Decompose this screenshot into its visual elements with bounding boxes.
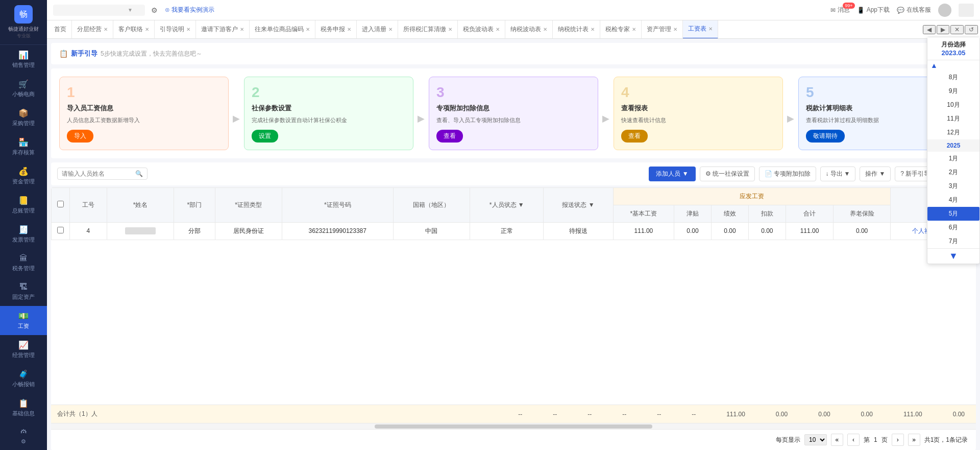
tab-item-9[interactable]: 税负波动表✕ — [458, 20, 505, 39]
month-item-8月[interactable]: 8月 — [927, 70, 979, 84]
month-item-7月[interactable]: 7月 — [927, 234, 979, 248]
tab-close-btn[interactable]: ✕ — [543, 27, 547, 32]
tab-close-btn[interactable]: ✕ — [591, 27, 595, 32]
last-page-btn[interactable]: » — [908, 434, 920, 446]
month-item-9月[interactable]: 9月 — [927, 84, 979, 98]
month-item-12月[interactable]: 12月 — [927, 126, 979, 139]
tab-close-btn[interactable]: ✕ — [306, 27, 310, 32]
month-item-3月[interactable]: 3月 — [927, 179, 979, 193]
tab-item-2[interactable]: 客户联络✕ — [113, 20, 155, 39]
step-action-btn[interactable]: 查看 — [621, 130, 648, 143]
header-gear-icon[interactable]: ⚙ — [151, 6, 158, 14]
tab-close-all[interactable]: ✕ — [950, 25, 964, 34]
user-avatar[interactable] — [938, 4, 951, 17]
tab-close-btn[interactable]: ✕ — [708, 26, 713, 32]
sidebar-item-基础信息[interactable]: 📋 基础信息 — [0, 393, 47, 422]
step-action-btn[interactable]: 导入 — [67, 130, 93, 143]
sidebar-item-系统管理[interactable]: ⚙ 系统管理 — [0, 422, 47, 433]
tab-item-10[interactable]: 纳税波动表✕ — [505, 20, 553, 39]
step-action-btn[interactable]: 查看 — [436, 130, 463, 143]
demo-link[interactable]: 我要看实例演示 — [165, 6, 214, 14]
tab-refresh[interactable]: ↺ — [965, 25, 978, 34]
add-employee-btn[interactable]: 添加人员 ▼ — [649, 167, 696, 181]
tab-label: 税负波动表 — [463, 25, 494, 34]
tab-item-5[interactable]: 往来单位商品编码✕ — [250, 20, 315, 39]
tab-close-btn[interactable]: ✕ — [186, 27, 190, 32]
tab-close-btn[interactable]: ✕ — [448, 27, 452, 32]
sidebar-item-税务管理[interactable]: 🏛 税务管理 — [0, 249, 47, 277]
month-picker-up[interactable]: ▲ — [930, 61, 938, 69]
sidebar-item-销售管理[interactable]: 📊 销售管理 — [0, 45, 47, 74]
tab-scroll-right[interactable]: ▶ — [937, 25, 949, 34]
tab-item-4[interactable]: 邀请下游客户✕ — [196, 20, 250, 39]
tab-close-btn[interactable]: ✕ — [240, 27, 244, 32]
row-checkbox[interactable] — [57, 227, 64, 233]
month-item-4月[interactable]: 4月 — [927, 193, 979, 207]
tab-item-8[interactable]: 所得税汇算清缴✕ — [398, 20, 458, 39]
month-item-10月[interactable]: 10月 — [927, 98, 979, 112]
sidebar-item-发票管理[interactable]: 🧾 发票管理 — [0, 220, 47, 249]
sidebar-item-总账管理[interactable]: 📒 总账管理 — [0, 191, 47, 220]
tab-item-14[interactable]: 工资表✕ — [683, 20, 718, 39]
tab-item-3[interactable]: 引导说明✕ — [155, 20, 196, 39]
sidebar-item-小畅报销[interactable]: 🧳 小畅报销 — [0, 364, 47, 393]
sidebar-item-工资[interactable]: 💵 工资 — [0, 306, 47, 335]
tab-label: 税务申报 — [321, 25, 345, 34]
month-picker-down[interactable]: ▼ — [949, 251, 958, 262]
tab-item-6[interactable]: 税务申报✕ — [315, 20, 357, 39]
select-all-checkbox[interactable] — [57, 201, 64, 207]
month-item-1月[interactable]: 1月 — [927, 152, 979, 165]
export-btn[interactable]: ↓ 导出 ▼ — [820, 167, 856, 181]
employee-search-wrap[interactable]: 🔍 — [57, 168, 148, 180]
user-menu[interactable] — [959, 4, 974, 17]
step-action-btn[interactable]: 敬请期待 — [806, 130, 845, 143]
tab-item-12[interactable]: 税检专家✕ — [600, 20, 642, 39]
first-page-btn[interactable]: « — [831, 434, 843, 446]
tab-item-13[interactable]: 资产管理✕ — [642, 20, 683, 39]
tab-close-btn[interactable]: ✕ — [388, 27, 393, 32]
tab-item-11[interactable]: 纳税统计表✕ — [553, 20, 600, 39]
month-item-11月[interactable]: 11月 — [927, 112, 979, 126]
online-service-btn[interactable]: 💬 在线客服 — [897, 6, 931, 14]
per-page-select[interactable]: 10 20 50 — [804, 434, 827, 445]
header-search-wrap[interactable]: ▼ — [53, 5, 145, 16]
step-action-btn[interactable]: 设置 — [252, 130, 278, 143]
employee-search-input[interactable] — [62, 170, 133, 177]
tab-close-btn[interactable]: ✕ — [347, 27, 351, 32]
social-insurance-btn[interactable]: ⚙ 统一社保设置 — [700, 167, 755, 181]
month-item-2025[interactable]: 2025 — [927, 139, 979, 152]
sidebar-icon: 📒 — [18, 196, 29, 205]
tab-close-btn[interactable]: ✕ — [145, 27, 149, 32]
tab-close-btn[interactable]: ✕ — [673, 27, 677, 32]
tab-item-0[interactable]: 首页 — [49, 20, 72, 39]
guide-icon: 📋 — [59, 50, 68, 58]
month-item-6月[interactable]: 6月 — [927, 221, 979, 234]
message-btn[interactable]: ✉ 消息 99+ — [830, 6, 850, 14]
month-item-5月[interactable]: 5月 — [927, 207, 979, 221]
app-download-btn[interactable]: 📱 App下载 — [857, 6, 890, 14]
sidebar-item-采购管理[interactable]: 📦 采购管理 — [0, 103, 47, 132]
sidebar-item-小畅电商[interactable]: 🛒 小畅电商 — [0, 74, 47, 103]
sidebar-item-资金管理[interactable]: 💰 资金管理 — [0, 161, 47, 191]
sidebar-item-库存核算[interactable]: 🏪 库存核算 — [0, 132, 47, 161]
step-desc: 人员信息及工资数据新增导入 — [67, 116, 221, 125]
header-search-input[interactable] — [58, 7, 125, 14]
month-item-2月[interactable]: 2月 — [927, 165, 979, 179]
horizontal-scrollbar[interactable] — [51, 423, 976, 429]
tab-close-btn[interactable]: ✕ — [632, 27, 636, 32]
scrollbar-thumb[interactable] — [375, 424, 652, 429]
sidebar-item-经营管理[interactable]: 📈 经营管理 — [0, 335, 47, 364]
tab-item-7[interactable]: 进入清册✕ — [357, 20, 398, 39]
sidebar-icon: 📊 — [18, 50, 29, 60]
tab-scroll-left[interactable]: ◀ — [923, 25, 936, 34]
tab-close-btn[interactable]: ✕ — [496, 27, 500, 32]
sidebar-item-固定资产[interactable]: 🏗 固定资产 — [0, 277, 47, 306]
action-btn[interactable]: 操作 ▼ — [860, 167, 891, 181]
prev-page-btn[interactable]: ‹ — [847, 434, 860, 446]
header-dropdown-icon[interactable]: ▼ — [128, 7, 133, 13]
tab-close-btn[interactable]: ✕ — [104, 27, 108, 32]
tab-item-1[interactable]: 分层经营✕ — [72, 20, 113, 39]
sidebar-settings[interactable]: ⚙ — [0, 433, 47, 450]
addon-deduction-btn[interactable]: 📄 专项附加扣除 — [759, 167, 816, 181]
next-page-btn[interactable]: › — [892, 434, 904, 446]
